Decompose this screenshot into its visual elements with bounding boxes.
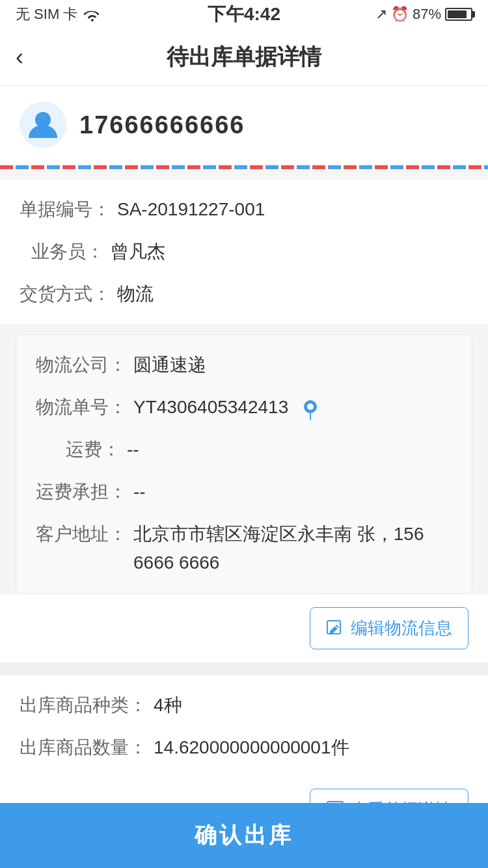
confirm-bar[interactable]: 确认出库 <box>0 803 488 868</box>
order-number-value: SA-20191227-001 <box>117 195 468 224</box>
freight-bear-label: 运费承担： <box>36 478 127 507</box>
tracking-label: 物流单号： <box>36 393 127 422</box>
order-info-section: 单据编号： SA-20191227-001 业务员： 曾凡杰 交货方式： 物流 <box>0 180 488 324</box>
product-quantity-value: 14.620000000000001件 <box>154 733 468 763</box>
address-value: 北京市市辖区海淀区永丰南 张，156 6666 6666 <box>133 520 452 578</box>
staff-value: 曾凡杰 <box>111 237 468 267</box>
logistics-card: 物流公司： 圆通速递 物流单号： YT4306405342413 运费： -- <box>16 334 472 594</box>
battery-icon <box>445 8 472 21</box>
delivery-row: 交货方式： 物流 <box>20 280 468 309</box>
order-number-row: 单据编号： SA-20191227-001 <box>20 195 468 224</box>
freight-value: -- <box>127 435 452 465</box>
confirm-button-label: 确认出库 <box>195 821 293 850</box>
staff-label: 业务员： <box>20 237 104 267</box>
product-quantity-label: 出库商品数量： <box>20 733 147 763</box>
product-type-row: 出库商品种类： 4种 <box>20 691 468 720</box>
location-icon[interactable] <box>299 396 322 420</box>
user-icon <box>26 108 60 142</box>
svg-point-2 <box>307 403 314 410</box>
user-header: 17666666666 <box>0 86 488 164</box>
battery-text: 87% <box>413 6 441 23</box>
carrier-text: 无 SIM 卡 <box>16 5 77 24</box>
logistics-company-row: 物流公司： 圆通速递 <box>36 351 452 380</box>
address-label: 客户地址： <box>36 520 127 549</box>
freight-label: 运费： <box>36 435 120 465</box>
user-phone: 17666666666 <box>79 111 245 139</box>
order-number-label: 单据编号： <box>20 195 111 224</box>
dashed-divider <box>0 164 488 169</box>
edit-logistics-row: 编辑物流信息 <box>0 594 488 662</box>
page-title: 待出库单据详情 <box>167 42 321 72</box>
staff-row: 业务员： 曾凡杰 <box>20 237 468 267</box>
status-time: 下午4:42 <box>208 2 280 27</box>
alarm-icon: ⏰ <box>391 6 409 23</box>
tracking-number: YT4306405342413 <box>133 393 288 422</box>
edit-logistics-button[interactable]: 编辑物流信息 <box>310 607 468 649</box>
location-status-icon: ↗ <box>375 6 387 23</box>
delivery-value: 物流 <box>117 280 468 309</box>
tracking-row: 物流单号： YT4306405342413 <box>36 393 452 422</box>
freight-bear-row: 运费承担： -- <box>36 478 452 507</box>
product-type-label: 出库商品种类： <box>20 691 147 720</box>
back-button[interactable]: ‹ <box>16 44 23 71</box>
wifi-icon <box>83 7 102 21</box>
address-row: 客户地址： 北京市市辖区海淀区永丰南 张，156 6666 6666 <box>36 520 452 578</box>
summary-section: 出库商品种类： 4种 出库商品数量： 14.620000000000001件 <box>0 675 488 778</box>
edit-logistics-label: 编辑物流信息 <box>351 617 452 640</box>
product-quantity-row: 出库商品数量： 14.620000000000001件 <box>20 733 468 763</box>
freight-bear-value: -- <box>133 478 452 507</box>
product-type-value: 4种 <box>154 691 468 720</box>
logistics-company-label: 物流公司： <box>36 351 127 380</box>
nav-bar: ‹ 待出库单据详情 <box>0 29 488 86</box>
edit-icon <box>326 619 344 638</box>
gray-divider <box>0 662 488 675</box>
tracking-value-container: YT4306405342413 <box>133 393 452 422</box>
freight-row: 运费： -- <box>36 435 452 465</box>
delivery-label: 交货方式： <box>20 280 111 309</box>
status-bar: 无 SIM 卡 下午4:42 ↗ ⏰ 87% <box>0 0 488 29</box>
status-left: 无 SIM 卡 <box>16 5 102 24</box>
content: 17666666666 单据编号： SA-20191227-001 业务员： 曾… <box>0 86 488 868</box>
logistics-company-value: 圆通速递 <box>133 351 452 380</box>
avatar <box>20 102 66 148</box>
status-right: ↗ ⏰ 87% <box>375 6 472 23</box>
